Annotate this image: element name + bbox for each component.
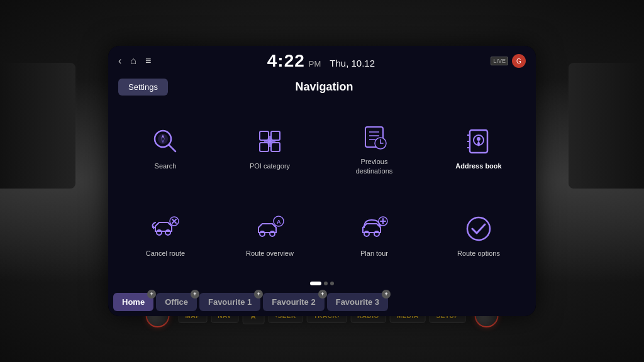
car-background: ‹ ⌂ ≡ 4:22 PM Thu, 10.12 LIVE G — [0, 0, 644, 362]
svg-point-42 — [467, 217, 490, 240]
route-overview-icon: A — [253, 212, 286, 245]
cancel-route-item[interactable]: Cancel route — [113, 192, 218, 279]
date-display: Thu, 10.12 — [330, 58, 375, 69]
plan-tour-item[interactable]: Plan tour — [322, 192, 426, 279]
time-display: 4:22 — [267, 51, 305, 71]
route-options-icon — [462, 212, 495, 245]
office-shortcut-label: Office — [165, 297, 188, 307]
top-bar-left: ‹ ⌂ ≡ — [118, 55, 151, 67]
search-icon — [149, 125, 182, 158]
ampm-display: PM — [309, 59, 321, 69]
fav2-shortcut-label: Favourite 2 — [272, 297, 315, 307]
search-label: Search — [155, 162, 177, 170]
home-shortcut-label: Home — [122, 297, 145, 307]
svg-line-1 — [169, 145, 175, 151]
address-book-item[interactable]: Address book — [426, 104, 531, 192]
settings-button[interactable]: Settings — [118, 79, 168, 96]
address-book-icon — [462, 125, 495, 158]
navigation-grid: Search — [108, 102, 536, 282]
previous-destinations-item[interactable]: Previousdestinations — [322, 104, 426, 192]
shortcut-favourite3[interactable]: + Favourite 3 — [327, 293, 388, 311]
plus-icon-fav2: + — [318, 290, 327, 299]
screen-container: ‹ ⌂ ≡ 4:22 PM Thu, 10.12 LIVE G — [108, 46, 536, 316]
svg-text:A: A — [277, 219, 281, 225]
plan-tour-icon — [358, 212, 391, 245]
fav3-shortcut-label: Favourite 3 — [336, 297, 379, 307]
nav-title: Navigation — [168, 80, 480, 94]
page-dot-3 — [330, 282, 334, 285]
plus-icon-fav1: + — [254, 290, 263, 299]
page-dot-1 — [310, 282, 321, 285]
address-book-label: Address book — [455, 162, 501, 170]
top-bar-right: LIVE G — [491, 54, 526, 68]
plus-icon-office: + — [191, 290, 199, 299]
plus-icon-fav3: + — [382, 290, 391, 299]
route-overview-item[interactable]: A Route overview — [218, 192, 322, 279]
shortcut-favourite1[interactable]: + Favourite 1 — [199, 293, 260, 311]
home-button[interactable]: ⌂ — [130, 55, 136, 67]
navigation-screen: ‹ ⌂ ≡ 4:22 PM Thu, 10.12 LIVE G — [108, 46, 536, 316]
plus-icon-home: + — [147, 290, 156, 299]
cancel-route-label: Cancel route — [146, 249, 185, 258]
live-badge: LIVE — [491, 57, 508, 65]
shortcut-bar: + Home + Office + Favourite 1 + Favourit… — [108, 282, 536, 316]
poi-category-icon — [253, 125, 286, 158]
svg-point-22 — [477, 137, 480, 141]
search-item[interactable]: Search — [113, 104, 218, 192]
top-bar: ‹ ⌂ ≡ 4:22 PM Thu, 10.12 LIVE G — [108, 46, 536, 76]
shortcut-favourite2[interactable]: + Favourite 2 — [263, 293, 324, 311]
route-options-item[interactable]: Route options — [426, 192, 531, 279]
cancel-route-icon — [149, 212, 182, 245]
clock-area: 4:22 PM Thu, 10.12 — [267, 51, 375, 71]
menu-button[interactable]: ≡ — [145, 55, 151, 67]
previous-destinations-icon — [358, 121, 391, 153]
page-indicator — [310, 282, 334, 285]
previous-destinations-label: Previousdestinations — [356, 157, 393, 175]
user-icon[interactable]: G — [512, 54, 526, 68]
shortcut-office[interactable]: + Office — [156, 293, 197, 311]
route-options-label: Route options — [457, 249, 500, 258]
poi-category-label: POI category — [250, 162, 290, 170]
poi-category-item[interactable]: POI category — [218, 104, 322, 192]
page-dot-2 — [324, 282, 328, 285]
shortcut-home[interactable]: + Home — [113, 293, 153, 311]
route-overview-label: Route overview — [246, 249, 294, 258]
nav-header: Settings Navigation — [108, 76, 536, 102]
plan-tour-label: Plan tour — [360, 249, 388, 258]
back-button[interactable]: ‹ — [118, 55, 121, 67]
fav1-shortcut-label: Favourite 1 — [208, 297, 252, 307]
